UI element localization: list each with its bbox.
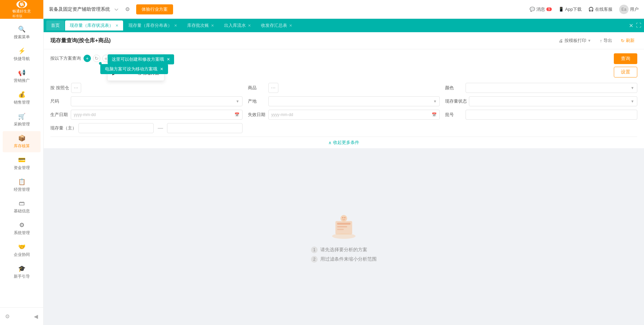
sidebar-item-operations[interactable]: 📋 经营管理 bbox=[3, 175, 41, 196]
origin-select[interactable]: ▼ bbox=[268, 96, 440, 106]
stock-main-to-input[interactable] bbox=[167, 123, 242, 133]
production-date-input[interactable]: yyyy-mm-dd 📅 bbox=[71, 110, 243, 120]
close-tab-receive-summary[interactable]: ✕ bbox=[289, 23, 292, 28]
dropdown-arrow-icon[interactable] bbox=[114, 7, 119, 12]
empty-illustration bbox=[329, 211, 359, 241]
warehouse-label: 按 按照仓 bbox=[50, 85, 69, 91]
user-item[interactable]: Ea 用户 bbox=[619, 5, 639, 14]
flash-icon: ⚡ bbox=[18, 47, 25, 55]
sidebar-item-enterprise[interactable]: 🤝 企业协同 bbox=[3, 240, 41, 261]
print-icon: 🖨 bbox=[559, 38, 563, 43]
box-icon: 📦 bbox=[18, 134, 25, 142]
size-chevron-icon: ▼ bbox=[236, 99, 239, 103]
print-template-button[interactable]: 🖨 按模板打印 ▼ bbox=[556, 36, 594, 45]
refresh-button[interactable]: ↻ 刷新 bbox=[618, 36, 637, 45]
batch-no-label: 批号 bbox=[445, 112, 464, 118]
notification-icon: 💬 bbox=[530, 7, 535, 12]
sidebar-item-quick-nav[interactable]: ⚡ 快捷导航 bbox=[3, 44, 41, 65]
collapse-filter-row[interactable]: ∧ 收起更多条件 bbox=[50, 137, 637, 148]
close-tab-inventory-status[interactable]: ✕ bbox=[115, 23, 118, 28]
page-actions: 🖨 按模板打印 ▼ ↑ 导出 ↻ 刷新 bbox=[556, 36, 637, 45]
stock-status-select[interactable]: ▼ bbox=[469, 96, 637, 106]
export-button[interactable]: ↑ 导出 bbox=[597, 36, 615, 45]
svg-text:畅: 畅 bbox=[20, 2, 24, 7]
main-area: 装备及固定资产辅助管理系统 ⚙ 体验行业方案 💬 消息 9 📱 App下载 🎧 … bbox=[44, 0, 644, 325]
sidebar-item-finance[interactable]: 💳 资金管理 bbox=[3, 153, 41, 174]
origin-chevron-icon: ▼ bbox=[433, 99, 437, 103]
query-button[interactable]: 查询 bbox=[614, 53, 637, 64]
online-support-item[interactable]: 🎧 在线客服 bbox=[588, 6, 612, 12]
sidebar-item-purchase[interactable]: 🛒 采购管理 bbox=[3, 109, 41, 130]
tabbar: 首页 现存量（库存状况表） ✕ 现存量（库存分布表） ✕ 库存批次账 ✕ 出入库… bbox=[44, 19, 644, 32]
close-tab-inout-flow[interactable]: ✕ bbox=[248, 23, 251, 28]
add-scheme-button[interactable]: + bbox=[84, 55, 91, 62]
refresh-scheme-button[interactable]: ↻ bbox=[93, 55, 100, 62]
search-icon: 🔍 bbox=[18, 25, 25, 33]
logo-icon: 畅 bbox=[16, 1, 27, 8]
svg-point-7 bbox=[340, 215, 347, 222]
expiry-date-input[interactable]: yyyy-mm-dd 📅 bbox=[268, 110, 440, 120]
hint-number-1: 1 bbox=[311, 247, 318, 253]
product-label: 商品 bbox=[248, 85, 266, 91]
print-dropdown-icon: ▼ bbox=[588, 39, 591, 43]
stock-main-label: 现存量（主） bbox=[50, 125, 76, 131]
sidebar-item-basic-info[interactable]: 🗃 基础信息 bbox=[3, 197, 41, 217]
tab-inout-flow[interactable]: 出入库流水 ✕ bbox=[219, 20, 256, 31]
topbar-right: 💬 消息 9 📱 App下载 🎧 在线客服 Ea 用户 bbox=[530, 5, 639, 14]
color-select[interactable]: ▼ bbox=[466, 83, 637, 93]
query-button-group: 查询 设置 bbox=[614, 53, 637, 77]
close-tab-batch-ledger[interactable]: ✕ bbox=[211, 23, 214, 28]
sidebar-logo: 畅 畅通好生意标准版 bbox=[0, 0, 43, 19]
stock-status-field: 现存量状态 ▼ bbox=[445, 96, 637, 106]
svg-rect-5 bbox=[337, 226, 347, 227]
warehouse-dots-btn[interactable]: ··· bbox=[71, 83, 81, 93]
industry-plan-button[interactable]: 体验行业方案 bbox=[136, 4, 173, 14]
refresh-icon: ↻ bbox=[621, 38, 625, 43]
batch-no-field: 批号 bbox=[445, 110, 637, 120]
production-date-field: 生产日期 yyyy-mm-dd 📅 bbox=[50, 110, 243, 120]
sidebar-item-search[interactable]: 🔍 搜索菜单 bbox=[3, 22, 41, 43]
size-label: 尺码 bbox=[50, 98, 69, 104]
system-name: 装备及固定资产辅助管理系统 bbox=[49, 6, 110, 12]
empty-hint-2: 2 用过滤条件来缩小分析范围 bbox=[311, 256, 377, 263]
sidebar-nav: 🔍 搜索菜单 ⚡ 快捷导航 📢 营销推广 💰 销售管理 🛒 采购管理 📦 库存核… bbox=[0, 19, 43, 307]
close-modify-tooltip[interactable]: ✕ bbox=[167, 57, 170, 62]
expand-tabs-icon[interactable]: ⛶ bbox=[636, 22, 641, 29]
add-scheme-tooltip: 电脑方案可设为移动方案哦 ✕ bbox=[100, 64, 168, 74]
sidebar-item-sales[interactable]: 💰 销售管理 bbox=[3, 88, 41, 109]
tab-receive-summary[interactable]: 收发存汇总表 ✕ bbox=[256, 20, 297, 31]
database-icon: 🗃 bbox=[19, 200, 25, 207]
collapse-sidebar-icon[interactable]: ◀ bbox=[31, 312, 41, 321]
stock-main-from-input[interactable] bbox=[78, 123, 154, 133]
tab-home[interactable]: 首页 bbox=[46, 20, 64, 31]
production-date-label: 生产日期 bbox=[50, 112, 69, 118]
production-calendar-icon: 📅 bbox=[234, 112, 239, 117]
reset-button[interactable]: 设置 bbox=[614, 67, 637, 77]
size-select[interactable]: ▼ bbox=[71, 96, 243, 106]
close-all-tabs-icon[interactable]: ✕ bbox=[629, 22, 633, 29]
expiry-date-field: 失效日期 yyyy-mm-dd 📅 bbox=[248, 110, 440, 120]
sidebar-item-marketing[interactable]: 📢 营销推广 bbox=[3, 66, 41, 87]
sidebar-item-inventory[interactable]: 📦 库存核算 bbox=[3, 131, 41, 152]
sidebar-item-system[interactable]: ⚙ 系统管理 bbox=[3, 218, 41, 239]
batch-no-input[interactable] bbox=[466, 110, 637, 120]
settings-bottom-icon[interactable]: ⚙ bbox=[3, 312, 12, 321]
close-tab-inventory-dist[interactable]: ✕ bbox=[174, 23, 177, 28]
export-icon: ↑ bbox=[600, 38, 602, 43]
notification-item[interactable]: 💬 消息 9 bbox=[530, 6, 552, 12]
avatar: Ea bbox=[619, 5, 629, 14]
topbar: 装备及固定资产辅助管理系统 ⚙ 体验行业方案 💬 消息 9 📱 App下载 🎧 … bbox=[44, 0, 644, 19]
tab-inventory-dist[interactable]: 现存量（库存分布表） ✕ bbox=[124, 20, 182, 31]
tab-inventory-status[interactable]: 现存量（库存状况表） ✕ bbox=[65, 20, 123, 31]
megaphone-icon: 📢 bbox=[18, 69, 25, 76]
product-dots-btn[interactable]: ··· bbox=[268, 83, 278, 93]
money-icon: 💰 bbox=[18, 91, 25, 98]
sidebar-item-guide[interactable]: 🎓 新手引导 bbox=[3, 262, 41, 283]
settings-icon[interactable]: ⚙ bbox=[123, 5, 132, 14]
svg-rect-4 bbox=[337, 223, 351, 225]
svg-rect-6 bbox=[337, 229, 344, 230]
tab-batch-ledger[interactable]: 库存批次账 ✕ bbox=[182, 20, 219, 31]
app-download-item[interactable]: 📱 App下载 bbox=[558, 6, 582, 12]
color-field: 颜色 ▼ bbox=[445, 83, 637, 93]
close-add-tooltip[interactable]: ✕ bbox=[160, 67, 163, 71]
